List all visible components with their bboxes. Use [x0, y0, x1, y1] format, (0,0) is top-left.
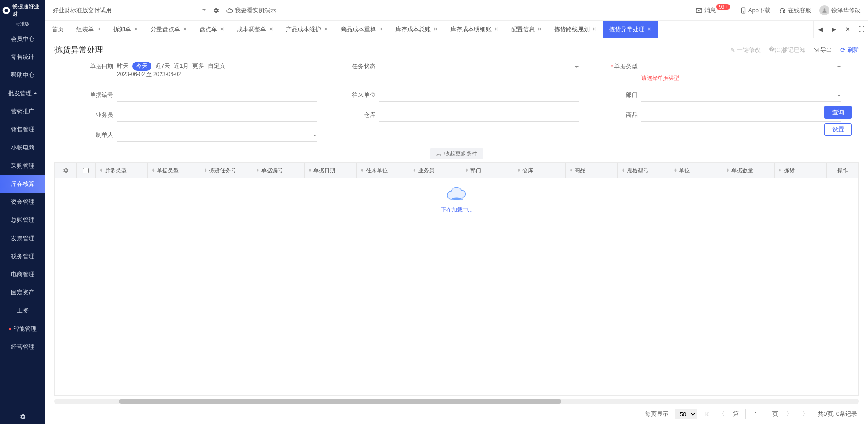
- tab-close-icon[interactable]: ✕: [592, 26, 596, 32]
- first-page-button[interactable]: K: [703, 411, 711, 418]
- tab-close-icon[interactable]: ✕: [134, 26, 138, 32]
- col-header-9[interactable]: ▲▼商品: [566, 163, 618, 178]
- sidebar-item-10[interactable]: 总账管理: [0, 211, 45, 229]
- sidebar-item-16[interactable]: 智能管理: [0, 320, 45, 338]
- col-header-10[interactable]: ▲▼规格型号: [618, 163, 670, 178]
- product-switch[interactable]: 好业财标准版交付试用: [53, 6, 206, 14]
- sidebar-item-2[interactable]: 帮助中心: [0, 66, 45, 84]
- prev-page-button[interactable]: 〈: [717, 410, 727, 418]
- tab-4[interactable]: 盘点单✕: [193, 21, 230, 38]
- select-all-cell[interactable]: [77, 163, 96, 178]
- sidebar-item-8[interactable]: 库存核算: [0, 175, 45, 193]
- date-chip-3[interactable]: 近1月: [174, 62, 189, 70]
- tab-close-icon[interactable]: ✕: [183, 26, 187, 32]
- settings-button[interactable]: 设置: [824, 123, 852, 136]
- last-page-button[interactable]: 〉l: [800, 410, 811, 418]
- col-header-13[interactable]: ▲▼拣货: [775, 163, 827, 178]
- col-header-4[interactable]: ▲▼单据日期: [305, 163, 357, 178]
- date-chip-0[interactable]: 昨天: [117, 62, 129, 70]
- tab-7[interactable]: 商品成本重算✕: [334, 21, 389, 38]
- col-header-3[interactable]: ▲▼单据编号: [252, 163, 304, 178]
- sidebar-item-13[interactable]: 电商管理: [0, 265, 45, 284]
- tab-next-button[interactable]: ▶: [827, 21, 841, 38]
- app-download-button[interactable]: App下载: [740, 6, 770, 14]
- dept-select[interactable]: [641, 90, 841, 102]
- messages-button[interactable]: 消息 99+: [695, 6, 732, 14]
- col-header-12[interactable]: ▲▼单据数量: [722, 163, 775, 178]
- col-header-11[interactable]: ▲▼单位: [670, 163, 722, 178]
- tab-6[interactable]: 产品成本维护✕: [279, 21, 334, 38]
- doc-no-input[interactable]: [117, 90, 317, 102]
- collapse-filters-button[interactable]: ︽ 收起更多条件: [430, 148, 483, 159]
- tab-8[interactable]: 库存成本总账✕: [389, 21, 444, 38]
- tab-3[interactable]: 分量盘点单✕: [144, 21, 193, 38]
- batch-edit-button[interactable]: ✎ 一键修改: [730, 46, 761, 54]
- sidebar-item-9[interactable]: 资金管理: [0, 193, 45, 211]
- next-page-button[interactable]: 〉: [785, 410, 794, 418]
- warehouse-picker[interactable]: ⋯: [379, 110, 579, 122]
- col-header-7[interactable]: ▲▼部门: [461, 163, 513, 178]
- task-status-select[interactable]: [379, 62, 579, 73]
- tab-9[interactable]: 库存成本明细账✕: [444, 21, 505, 38]
- sidebar-item-12[interactable]: 税务管理: [0, 247, 45, 265]
- tab-close-icon[interactable]: ✕: [494, 26, 498, 32]
- date-chip-4[interactable]: 更多: [192, 62, 204, 70]
- tab-12[interactable]: 拣货异常处理✕: [603, 21, 658, 38]
- tab-close-all-button[interactable]: ✕: [841, 21, 854, 38]
- demo-link[interactable]: 我要看实例演示: [226, 6, 276, 14]
- sidebar-item-15[interactable]: 工资: [0, 302, 45, 320]
- doc-type-select[interactable]: [641, 62, 841, 73]
- fullscreen-button[interactable]: ⛶: [854, 21, 868, 38]
- date-chip-2[interactable]: 近7天: [155, 62, 170, 70]
- page-input[interactable]: [745, 409, 766, 419]
- product-picker[interactable]: ⋯: [641, 110, 841, 122]
- tab-close-icon[interactable]: ✕: [220, 26, 224, 32]
- sidebar-item-17[interactable]: 经营管理: [0, 338, 45, 356]
- refresh-button[interactable]: ⟳ 刷新: [840, 46, 859, 54]
- tab-close-icon[interactable]: ✕: [434, 26, 438, 32]
- horizontal-scrollbar[interactable]: [54, 399, 859, 404]
- mark-known-button[interactable]: �には 标记已知: [769, 46, 805, 54]
- tab-close-icon[interactable]: ✕: [537, 26, 541, 32]
- user-menu[interactable]: 徐泽华修改: [819, 5, 861, 15]
- sidebar-item-7[interactable]: 采购管理: [0, 157, 45, 175]
- tab-close-icon[interactable]: ✕: [97, 26, 101, 32]
- scrollbar-thumb[interactable]: [119, 399, 561, 404]
- tab-close-icon[interactable]: ✕: [324, 26, 328, 32]
- tab-close-icon[interactable]: ✕: [647, 26, 651, 32]
- col-header-0[interactable]: ▲▼异常类型: [96, 163, 148, 178]
- tab-prev-button[interactable]: ◀: [814, 21, 827, 38]
- partner-picker[interactable]: ⋯: [379, 90, 579, 102]
- sidebar-item-1[interactable]: 零售统计: [0, 48, 45, 66]
- global-settings-icon[interactable]: [212, 7, 219, 14]
- sidebar-item-14[interactable]: 固定资产: [0, 284, 45, 302]
- creator-select[interactable]: [117, 130, 317, 142]
- tab-2[interactable]: 拆卸单✕: [107, 21, 144, 38]
- col-header-8[interactable]: ▲▼仓库: [513, 163, 566, 178]
- tab-close-icon[interactable]: ✕: [269, 26, 273, 32]
- sidebar-item-4[interactable]: 营销推广: [0, 102, 45, 120]
- col-header-6[interactable]: ▲▼业务员: [409, 163, 461, 178]
- sidebar-item-0[interactable]: 会员中心: [0, 30, 45, 48]
- customer-service-button[interactable]: 在线客服: [779, 6, 811, 14]
- settings-gear-icon[interactable]: [19, 413, 26, 420]
- tab-11[interactable]: 拣货路线规划✕: [548, 21, 603, 38]
- tab-5[interactable]: 成本调整单✕: [230, 21, 279, 38]
- date-chip-5[interactable]: 自定义: [208, 62, 225, 70]
- select-all-checkbox[interactable]: [83, 168, 89, 173]
- sidebar-item-3[interactable]: 批发管理: [0, 84, 45, 102]
- per-page-select[interactable]: 50: [675, 409, 697, 419]
- export-button[interactable]: ⇲ 导出: [814, 46, 832, 54]
- col-header-1[interactable]: ▲▼单据类型: [148, 163, 200, 178]
- col-header-2[interactable]: ▲▼拣货任务号: [200, 163, 252, 178]
- sidebar-item-11[interactable]: 发票管理: [0, 229, 45, 247]
- salesman-picker[interactable]: ⋯: [117, 110, 317, 122]
- sidebar-item-6[interactable]: 小畅电商: [0, 139, 45, 157]
- sidebar-item-5[interactable]: 销售管理: [0, 120, 45, 139]
- date-chip-1[interactable]: 今天: [132, 62, 151, 71]
- table-settings-cell[interactable]: [55, 163, 77, 178]
- col-header-5[interactable]: ▲▼往来单位: [357, 163, 409, 178]
- tab-1[interactable]: 组装单✕: [70, 21, 107, 38]
- query-button[interactable]: 查询: [824, 106, 852, 119]
- tab-close-icon[interactable]: ✕: [379, 26, 383, 32]
